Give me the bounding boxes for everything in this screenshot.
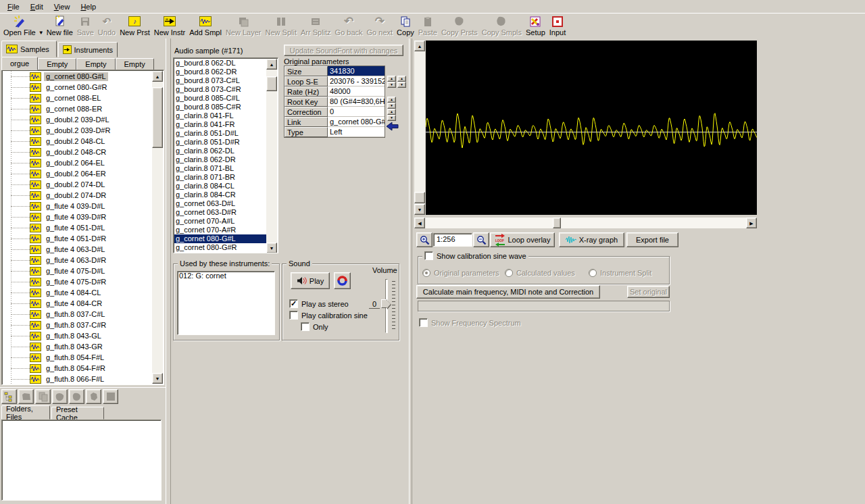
tree-item[interactable]: g_flute 4 063-D#R xyxy=(3,255,152,266)
loop-start-spinner[interactable]: ▲ ▼ xyxy=(387,76,396,88)
tree-structure-button[interactable] xyxy=(1,389,17,404)
scroll-thumb[interactable] xyxy=(414,192,425,203)
sample-list-item[interactable]: g_clarin.8 071-BL xyxy=(174,164,266,173)
new-instrument-button[interactable]: New Instr xyxy=(152,14,187,36)
tree-item[interactable]: g_fluth.8 043-GR xyxy=(3,341,152,352)
tree-item[interactable]: g_cornet 088-EL xyxy=(3,93,152,103)
tree-item[interactable]: g_doubl.2 074-DL xyxy=(3,179,152,190)
tree-item[interactable]: g_cornet 080-G#L xyxy=(3,71,152,82)
tree-item[interactable]: g_doubl.2 074-DR xyxy=(3,190,152,201)
param-rate-value[interactable]: 48000 xyxy=(328,86,385,97)
param-link-label[interactable]: Link xyxy=(285,117,328,127)
used-by-item[interactable]: 012: G: cornet xyxy=(178,272,274,280)
rootkey-spinner[interactable]: ▲ ▼ xyxy=(387,97,396,109)
tree-item[interactable]: g_flute 4 084-CL xyxy=(3,287,152,298)
input-button[interactable]: Input xyxy=(547,14,568,36)
param-rate-label[interactable]: Rate (Hz) xyxy=(285,86,328,97)
zoom-out-button[interactable] xyxy=(473,232,489,247)
menu-item[interactable]: Edit xyxy=(25,1,49,12)
scroll-thumb[interactable] xyxy=(553,218,561,228)
open-file-button[interactable]: Open File xyxy=(1,14,38,36)
tree-item[interactable]: g_fluth.8 043-GL xyxy=(3,330,152,341)
param-loop-label[interactable]: Loop S-E xyxy=(285,76,328,86)
play-as-stereo-checkbox[interactable]: ✓ xyxy=(289,299,298,308)
sample-list-item[interactable]: g_bourd.8 062-DL xyxy=(174,59,266,68)
sample-list-item[interactable]: g_clarin.8 041-FL xyxy=(174,111,266,120)
sample-list-item[interactable]: g_cornet 070-A#R xyxy=(174,226,266,234)
waveform-display[interactable] xyxy=(426,41,757,215)
tree-item[interactable]: g_flute 4 075-D#R xyxy=(3,276,152,287)
loop-overlay-button[interactable]: LOOP Loop overlay xyxy=(490,232,555,247)
tree-item[interactable]: g_doubl.2 064-EL xyxy=(3,157,152,168)
tab-samples[interactable]: Samples xyxy=(1,41,57,57)
tree-item[interactable]: g_doubl.2 039-D#R xyxy=(3,125,152,136)
sample-list-item[interactable]: g_clarin.8 062-DL xyxy=(174,147,266,155)
scroll-up-button[interactable]: ▲ xyxy=(152,71,163,82)
scroll-thumb[interactable] xyxy=(152,87,163,148)
folders-files-panel[interactable] xyxy=(1,420,162,501)
sample-list-item[interactable]: g_clarin.8 071-BR xyxy=(174,173,266,182)
tab-preset-cache[interactable]: Preset Cache xyxy=(51,407,104,420)
tree-item[interactable]: g_flute 4 039-D#L xyxy=(3,201,152,211)
param-rootkey-label[interactable]: Root Key xyxy=(285,97,328,107)
spin-down-button[interactable]: ▼ xyxy=(397,82,406,88)
sample-list-item[interactable]: g_bourd.8 085-C#L xyxy=(174,94,266,103)
sample-list-item[interactable]: g_clarin.8 084-CL xyxy=(174,182,266,191)
tree-item[interactable]: g_flute 4 039-D#R xyxy=(3,211,152,222)
new-preset-button[interactable]: ♪ New Prst xyxy=(118,14,152,36)
zoom-ratio-field[interactable]: 1:256 xyxy=(433,233,472,247)
bank-tab[interactable]: Empty xyxy=(38,58,76,70)
tree-item[interactable]: g_flute 4 051-D#R xyxy=(3,233,152,244)
sample-list-item[interactable]: g_clarin.8 051-D#L xyxy=(174,129,266,138)
tree-item[interactable]: g_fluth.8 037-C#R xyxy=(3,320,152,330)
wave-horizontal-scrollbar[interactable]: ◀ ▶ xyxy=(414,218,757,228)
copy-button[interactable]: Copy xyxy=(395,14,416,36)
goto-link-button[interactable] xyxy=(386,121,399,132)
sample-list-item[interactable]: g_cornet 080-G#R xyxy=(174,243,266,252)
tree-item[interactable]: g_fluth.8 054-F#R xyxy=(3,363,152,374)
tree-item[interactable]: g_cornet 080-G#R xyxy=(3,82,152,93)
sample-list-item[interactable]: g_cornet 063-D#L xyxy=(174,199,266,208)
menu-item[interactable]: File xyxy=(2,1,25,12)
scroll-down-button[interactable]: ▼ xyxy=(152,373,163,384)
tree-item[interactable]: g_doubl.2 048-CL xyxy=(3,136,152,147)
param-correction-value[interactable]: 0 xyxy=(328,107,385,117)
show-calibration-checkbox[interactable]: ✓ xyxy=(424,251,433,260)
spin-down-button[interactable]: ▼ xyxy=(387,115,396,121)
bank-tab[interactable]: orgue xyxy=(1,57,38,70)
scroll-down-button[interactable]: ▼ xyxy=(414,204,425,215)
export-file-button[interactable]: Export file xyxy=(626,232,678,247)
correction-spinner[interactable]: ▲ ▼ xyxy=(387,109,396,121)
tree-scrollbar[interactable]: ▲ ▼ xyxy=(152,71,163,384)
add-sample-button[interactable]: Add Smpl xyxy=(187,14,224,36)
sample-list-item[interactable]: g_bourd.8 073-C#L xyxy=(174,76,266,85)
sample-list-item[interactable]: g_bourd.8 085-C#R xyxy=(174,103,266,111)
open-file-dropdown[interactable]: ▼ xyxy=(38,30,45,36)
tree-item[interactable]: g_fluth.8 054-F#L xyxy=(3,352,152,363)
sample-list-item[interactable]: g_cornet 070-A#L xyxy=(174,217,266,226)
setup-button[interactable]: Setup xyxy=(524,14,547,36)
scroll-down-button[interactable]: ▼ xyxy=(266,243,277,253)
calculate-frequency-button[interactable]: Calculate main frequency, MIDI note and … xyxy=(416,285,600,299)
spin-up-button[interactable]: ▲ xyxy=(397,76,406,82)
sample-list-item[interactable]: g_clarin.8 051-D#R xyxy=(174,138,266,147)
tree-item[interactable]: g_doubl.2 064-ER xyxy=(3,168,152,179)
scroll-up-button[interactable]: ▲ xyxy=(266,59,277,70)
param-type-label[interactable]: Type xyxy=(285,127,328,137)
param-rootkey-value[interactable]: 80 (G#4=830,6Hz) xyxy=(328,97,385,107)
sample-list-scrollbar[interactable]: ▲ ▼ xyxy=(266,59,277,253)
scroll-thumb[interactable] xyxy=(266,76,277,91)
param-loop-value[interactable]: 203076 - 339152 xyxy=(328,76,385,86)
param-correction-label[interactable]: Correction xyxy=(285,107,328,117)
spin-down-button[interactable]: ▼ xyxy=(387,82,396,88)
tree-item[interactable]: g_doubl.2 039-D#L xyxy=(3,114,152,125)
sample-list-item[interactable]: g_bourd.8 062-DR xyxy=(174,68,266,76)
sample-list-item[interactable]: g_clarin.8 084-CR xyxy=(174,191,266,199)
sample-list-item[interactable]: g_cornet 080-G#L xyxy=(174,234,266,243)
tree-item[interactable]: g_flute 4 063-D#L xyxy=(3,244,152,255)
tab-instruments[interactable]: Instruments xyxy=(58,42,118,57)
menu-item[interactable]: View xyxy=(49,1,76,12)
sample-list-item[interactable]: g_cornet 063-D#R xyxy=(174,208,266,217)
spin-up-button[interactable]: ▲ xyxy=(387,76,396,82)
param-size-label[interactable]: Size xyxy=(285,66,328,76)
